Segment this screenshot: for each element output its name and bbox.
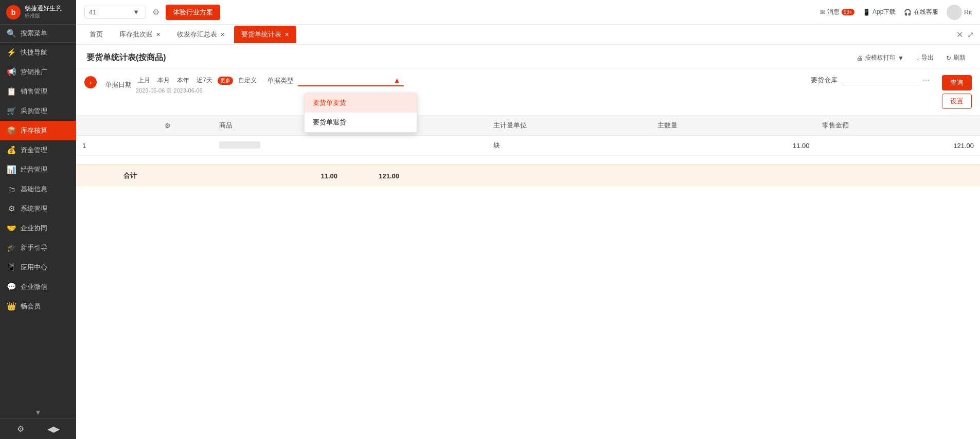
export-btn[interactable]: ↓ 导出 — [912, 51, 938, 64]
sidebar-item-label: 快捷导航 — [21, 48, 47, 57]
online-service-btn[interactable]: 🎧 在线客服 — [904, 8, 938, 16]
inventory-icon: 📦 — [6, 126, 16, 135]
dropdown-item-order-order[interactable]: 要货单要货 — [305, 93, 417, 113]
app-download-btn[interactable]: 📱 App下载 — [863, 8, 896, 16]
type-label: 单据类型 — [267, 76, 294, 85]
chevron-down-icon: ▼ — [133, 8, 139, 16]
close-all-icon[interactable]: ✕ — [956, 30, 963, 40]
sidebar-item-vip[interactable]: 👑 畅会员 — [0, 297, 76, 316]
type-arrow-icon[interactable]: ▲ — [394, 76, 401, 84]
system-icon: ⚙ — [6, 204, 16, 213]
gear-icon[interactable]: ⚙ — [165, 122, 171, 130]
filter-more-badge[interactable]: 更多 — [218, 77, 233, 85]
refresh-icon: ↻ — [946, 54, 951, 62]
sidebar-item-basic[interactable]: 🗂 基础信息 — [0, 179, 76, 199]
sales-icon: 📋 — [6, 87, 16, 96]
tab-order-summary[interactable]: 要货单统计表 ✕ — [234, 26, 296, 43]
sidebar-item-system[interactable]: ⚙ 系统管理 — [0, 199, 76, 218]
download-icon: 📱 — [863, 9, 870, 16]
query-btn[interactable]: 查询 — [942, 75, 972, 90]
filter-more-icon[interactable]: ··· — [923, 76, 930, 85]
col-header-amount: 零售金额 — [816, 116, 980, 136]
sidebar-item-guide[interactable]: 🎓 新手引导 — [0, 238, 76, 258]
sidebar-item-label: 企业协同 — [21, 224, 47, 233]
main-content: 41 ▼ ⚙ 体验行业方案 ✉ 消息 99+ 📱 App下载 🎧 在线客服 — [76, 0, 980, 439]
sidebar-item-wechat[interactable]: 💬 企业微信 — [0, 277, 76, 297]
sidebar-logo: b 畅捷通好生意 标准版 — [0, 0, 76, 25]
collapse-icon[interactable]: ◀▶ — [47, 424, 60, 434]
date-label: 单据日期 — [105, 80, 132, 89]
sidebar-item-quick-nav[interactable]: ⚡ 快捷导航 — [0, 43, 76, 62]
topbar: 41 ▼ ⚙ 体验行业方案 ✉ 消息 99+ 📱 App下载 🎧 在线客服 — [76, 0, 980, 25]
col-header-num — [76, 116, 158, 136]
filter-last-month[interactable]: 上月 — [136, 75, 152, 86]
type-dropdown: 要货单要货 要货单退货 — [304, 93, 417, 133]
settings-icon[interactable]: ⚙ — [17, 424, 24, 434]
col-header-qty: 主数量 — [651, 116, 815, 136]
company-selector[interactable]: 41 ▼ — [84, 6, 146, 19]
filter-custom[interactable]: 自定义 — [236, 75, 259, 86]
topbar-right: ✉ 消息 99+ 📱 App下载 🎧 在线客服 Rit — [820, 5, 972, 20]
tabs-actions: ✕ ⤢ — [956, 30, 974, 40]
tab-order-summary-close[interactable]: ✕ — [284, 31, 289, 38]
avatar — [947, 5, 962, 20]
dropdown-item-order-return[interactable]: 要货单退货 — [305, 113, 417, 132]
marketing-icon: 📢 — [6, 67, 16, 77]
filter-this-month[interactable]: 本月 — [155, 75, 172, 86]
footer-qty: 11.00 — [282, 172, 344, 180]
chevron-right-icon: › — [90, 79, 92, 86]
operations-icon: 📊 — [6, 165, 16, 174]
expand-icon[interactable]: ⤢ — [967, 30, 974, 40]
sidebar-item-app-center[interactable]: 📱 应用中心 — [0, 258, 76, 277]
sidebar-item-marketing[interactable]: 📢 营销推广 — [0, 62, 76, 82]
cell-amount: 121.00 — [816, 136, 980, 156]
app-center-icon: 📱 — [6, 263, 16, 272]
sidebar-item-finance[interactable]: 💰 资金管理 — [0, 140, 76, 160]
quick-nav-icon: ⚡ — [6, 48, 16, 57]
filter-this-year[interactable]: 本年 — [175, 75, 191, 86]
warehouse-input[interactable] — [845, 76, 916, 84]
sidebar-item-sales[interactable]: 📋 销售管理 — [0, 82, 76, 101]
purchase-icon: 🛒 — [6, 106, 16, 116]
tab-inventory-batch-close[interactable]: ✕ — [156, 31, 161, 38]
tab-home[interactable]: 首页 — [82, 26, 110, 43]
print-label: 按模板打印 — [865, 53, 896, 62]
app-logo-icon: b — [6, 5, 21, 20]
sidebar-item-label: 库存核算 — [21, 126, 47, 135]
filter-last-7-days[interactable]: 近7天 — [194, 75, 215, 86]
filter-date-sub: 2023-05-06 至 2023-06-06 — [136, 87, 259, 95]
user-avatar-area[interactable]: Rit — [947, 5, 972, 20]
refresh-btn[interactable]: ↻ 刷新 — [942, 51, 970, 64]
warehouse-selector[interactable] — [842, 75, 919, 85]
tab-receivable-summary-close[interactable]: ✕ — [220, 31, 225, 38]
filter-actions: 查询 设置 — [942, 75, 972, 109]
type-input[interactable] — [301, 77, 394, 84]
print-icon: 🖨 — [857, 54, 863, 62]
sidebar-search[interactable]: 🔍 搜索菜单 — [0, 25, 76, 43]
export-icon: ↓ — [916, 54, 919, 62]
settings-btn[interactable]: 设置 — [942, 94, 972, 109]
page-actions: 🖨 按模板打印 ▼ ↓ 导出 ↻ 刷新 — [852, 51, 970, 64]
cell-num: 1 — [76, 136, 158, 156]
sidebar-item-operations[interactable]: 📊 经营管理 — [0, 160, 76, 179]
sidebar-item-enterprise[interactable]: 🤝 企业协同 — [0, 218, 76, 238]
filter-type-group: 单据类型 ▲ 要货单要货 要货单退货 — [267, 75, 404, 86]
filter-warehouse-group: 要货仓库 ··· — [811, 75, 930, 85]
filter-toggle-btn[interactable]: › — [84, 76, 97, 88]
print-template-btn[interactable]: 🖨 按模板打印 ▼ — [852, 51, 908, 64]
sidebar-item-label: 营销推广 — [21, 67, 47, 77]
page-title: 要货单统计表(按商品) — [86, 52, 166, 63]
tab-receivable-summary[interactable]: 收发存汇总表 ✕ — [170, 26, 232, 43]
message-btn[interactable]: ✉ 消息 99+ — [820, 8, 854, 16]
sidebar-scroll-down[interactable]: ▼ — [0, 407, 76, 418]
sidebar-item-inventory[interactable]: 📦 库存核算 — [0, 121, 76, 140]
page-content: 要货单统计表(按商品) 🖨 按模板打印 ▼ ↓ 导出 ↻ 刷新 — [76, 45, 980, 439]
company-value: 41 — [89, 8, 96, 16]
sidebar-item-label: 采购管理 — [21, 106, 47, 116]
topbar-gear-icon[interactable]: ⚙ — [152, 7, 159, 17]
type-selector[interactable]: ▲ — [298, 75, 404, 86]
tab-inventory-batch[interactable]: 库存批次账 ✕ — [112, 26, 168, 43]
trial-btn[interactable]: 体验行业方案 — [166, 5, 220, 20]
col-header-gear[interactable]: ⚙ — [158, 116, 213, 136]
sidebar-item-purchase[interactable]: 🛒 采购管理 — [0, 101, 76, 121]
